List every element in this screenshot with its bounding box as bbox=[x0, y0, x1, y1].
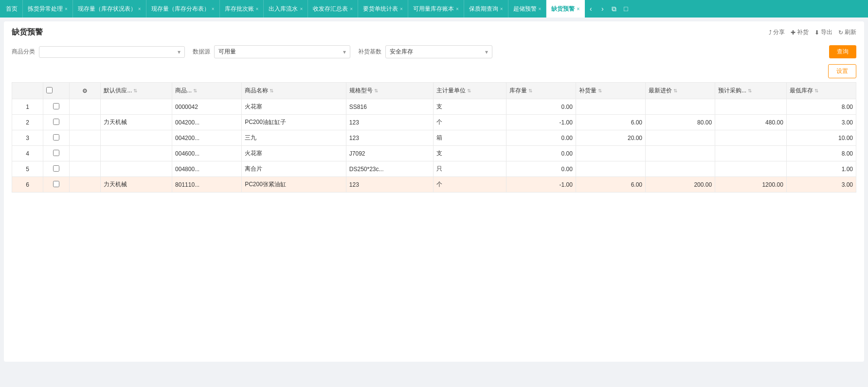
th-supplier-label: 默认供应... bbox=[104, 87, 132, 95]
row-checkbox[interactable] bbox=[53, 103, 59, 109]
row-forecast-purchase bbox=[715, 130, 787, 146]
tab-inout[interactable]: 出入库流水 × bbox=[264, 0, 308, 18]
tab-next-btn[interactable]: › bbox=[597, 0, 608, 18]
th-spec: 规格型号 ⇅ bbox=[346, 83, 433, 99]
close-icon[interactable]: × bbox=[256, 6, 259, 12]
tab-window-btn[interactable]: ⧉ bbox=[608, 0, 620, 18]
close-icon[interactable]: × bbox=[539, 6, 542, 12]
tab-stock-status[interactable]: 现存量（库存状况表） × bbox=[73, 0, 146, 18]
row-stock: 0.00 bbox=[506, 161, 576, 177]
tab-recv-send[interactable]: 收发存汇总表 × bbox=[308, 0, 358, 18]
table-row: 3 004200... 三九 123 箱 0.00 20.00 10.00 bbox=[12, 130, 856, 146]
tab-overstock[interactable]: 超储预警 × bbox=[508, 0, 547, 18]
tab-home[interactable]: 首页 bbox=[1, 0, 23, 18]
refresh-button[interactable]: ↻ 刷新 bbox=[838, 28, 856, 36]
tab-stock-dist-label: 现存量（库存分布表） bbox=[151, 5, 210, 13]
close-icon[interactable]: × bbox=[65, 6, 68, 12]
export-button[interactable]: ⬇ 导出 bbox=[814, 28, 832, 36]
close-icon[interactable]: × bbox=[456, 6, 459, 12]
sort-icon: ⇅ bbox=[598, 88, 602, 93]
replenish-base-select[interactable]: 安全库存 ▾ bbox=[385, 45, 492, 58]
table-row: 2 力天机械 004200... PC200油缸缸子 123 个 -1.00 6… bbox=[12, 115, 856, 130]
sort-icon: ⇅ bbox=[528, 88, 532, 93]
row-name: 火花塞 bbox=[242, 146, 346, 161]
tab-stock-status-label: 现存量（库存状况表） bbox=[78, 5, 136, 13]
chevron-down-icon: ▾ bbox=[178, 49, 181, 55]
close-icon[interactable]: × bbox=[300, 6, 303, 12]
tab-expiry[interactable]: 保质期查询 × bbox=[464, 0, 508, 18]
row-check bbox=[43, 146, 70, 161]
tab-abnormal[interactable]: 拣货异常处理 × bbox=[23, 0, 73, 18]
share-button[interactable]: ⤴ 分享 bbox=[769, 28, 785, 36]
data-table: ⚙ 默认供应... ⇅ 商品... ⇅ bbox=[12, 82, 856, 193]
row-num: 3 bbox=[12, 130, 43, 146]
row-spec: 123 bbox=[346, 115, 433, 130]
th-settings: ⚙ bbox=[70, 83, 101, 99]
row-checkbox[interactable] bbox=[53, 181, 59, 187]
row-unit: 个 bbox=[433, 177, 506, 193]
tab-requisition[interactable]: 要货单统计表 × bbox=[358, 0, 408, 18]
row-name: 三九 bbox=[242, 130, 346, 146]
tab-prev-btn[interactable]: ‹ bbox=[585, 0, 597, 18]
row-spec: 123 bbox=[346, 130, 433, 146]
settings-button[interactable]: 设置 bbox=[828, 64, 856, 78]
query-button[interactable]: 查询 bbox=[829, 45, 856, 58]
tab-maximize-btn[interactable]: □ bbox=[620, 0, 632, 18]
th-name: 商品名称 ⇅ bbox=[242, 83, 346, 99]
sort-icon: ⇅ bbox=[673, 88, 677, 93]
datasource-select[interactable]: 可用量 ▾ bbox=[214, 45, 350, 58]
replenish-icon: ✚ bbox=[791, 29, 796, 36]
table-header-row: ⚙ 默认供应... ⇅ 商品... ⇅ bbox=[12, 83, 856, 99]
row-checkbox[interactable] bbox=[53, 134, 59, 141]
row-code: 0000042 bbox=[172, 99, 242, 115]
th-num bbox=[12, 83, 43, 99]
row-settings bbox=[70, 177, 101, 193]
tab-requisition-label: 要货单统计表 bbox=[363, 5, 398, 13]
close-icon[interactable]: × bbox=[138, 6, 141, 12]
page-content: 缺货预警 ⤴ 分享 ✚ 补货 ⬇ 导出 ↻ 刷新 商品分类 bbox=[4, 21, 864, 362]
tab-shortage-label: 缺货预警 bbox=[551, 5, 575, 13]
row-forecast-purchase bbox=[715, 146, 787, 161]
tab-recv-send-label: 收发存汇总表 bbox=[313, 5, 348, 13]
filter-actions: 查询 bbox=[829, 45, 856, 58]
row-min-stock: 3.00 bbox=[786, 115, 856, 130]
gear-icon[interactable]: ⚙ bbox=[82, 88, 88, 94]
tab-available[interactable]: 可用量库存账本 × bbox=[408, 0, 464, 18]
row-latest-price bbox=[646, 130, 715, 146]
row-min-stock: 8.00 bbox=[786, 146, 856, 161]
th-unit-label: 主计量单位 bbox=[436, 87, 466, 95]
row-checkbox[interactable] bbox=[53, 119, 59, 125]
share-icon: ⤴ bbox=[769, 29, 772, 36]
row-supplier: 力天机械 bbox=[101, 177, 172, 193]
row-stock: 0.00 bbox=[506, 99, 576, 115]
share-label: 分享 bbox=[773, 28, 785, 36]
th-supplier: 默认供应... ⇅ bbox=[101, 83, 172, 99]
row-checkbox[interactable] bbox=[53, 150, 59, 156]
tab-stock-dist[interactable]: 现存量（库存分布表） × bbox=[146, 0, 220, 18]
close-icon[interactable]: × bbox=[400, 6, 403, 12]
table-row: 4 004600... 火花塞 J7092 支 0.00 8.00 bbox=[12, 146, 856, 161]
row-unit: 只 bbox=[433, 161, 506, 177]
tab-batch[interactable]: 库存批次账 × bbox=[220, 0, 264, 18]
th-replenish-label: 补货量 bbox=[579, 87, 597, 95]
replenish-button[interactable]: ✚ 补货 bbox=[791, 28, 809, 36]
close-icon[interactable]: × bbox=[350, 6, 353, 12]
row-checkbox[interactable] bbox=[53, 165, 59, 172]
close-icon[interactable]: × bbox=[212, 6, 215, 12]
select-all-checkbox[interactable] bbox=[46, 87, 53, 93]
refresh-label: 刷新 bbox=[845, 28, 856, 36]
close-icon[interactable]: × bbox=[577, 6, 579, 12]
row-spec: J7092 bbox=[346, 146, 433, 161]
th-price: 最新进价 ⇅ bbox=[646, 83, 715, 99]
row-code: 004600... bbox=[172, 146, 242, 161]
table-row: 1 0000042 火花塞 SS816 支 0.00 8.00 bbox=[12, 99, 856, 115]
row-spec: SS816 bbox=[346, 99, 433, 115]
close-icon[interactable]: × bbox=[500, 6, 503, 12]
th-forecast-label: 预计采购... bbox=[718, 87, 746, 95]
row-num: 2 bbox=[12, 115, 43, 130]
row-supplier bbox=[101, 146, 172, 161]
sort-icon: ⇅ bbox=[374, 88, 378, 93]
category-select[interactable]: ▾ bbox=[39, 46, 185, 58]
row-unit: 箱 bbox=[433, 130, 506, 146]
tab-shortage[interactable]: 缺货预警 × bbox=[546, 0, 585, 18]
